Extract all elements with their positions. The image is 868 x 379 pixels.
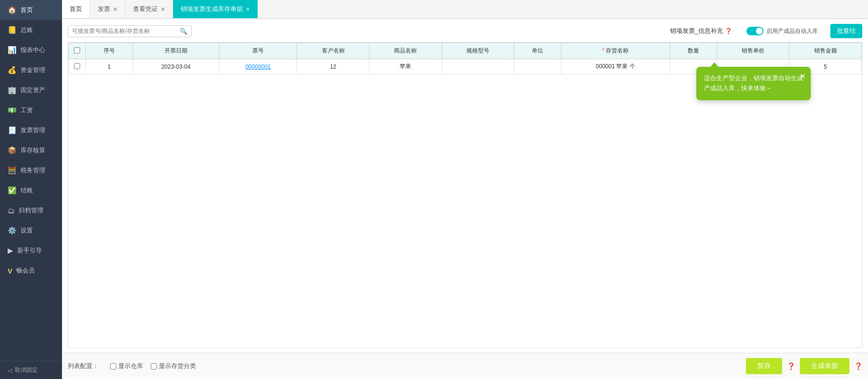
show-category-label[interactable]: 显示存货分类 (151, 362, 196, 370)
sidebar-item-vip[interactable]: V 畅会员 (0, 261, 62, 281)
tab-invoice-close[interactable]: ✕ (113, 6, 117, 12)
info-help-icon[interactable]: ❓ (725, 28, 732, 34)
sidebar-item-home[interactable]: 🏠 首页 (0, 0, 62, 20)
header-qty: 数量 (670, 43, 717, 59)
sidebar-label-settings: 设置 (21, 226, 33, 235)
toggle-knob (756, 28, 763, 34)
header-seq: 序号 (86, 43, 133, 59)
sidebar-label-home: 首页 (21, 6, 33, 14)
header-ticket-no: 票号 (219, 43, 297, 59)
header-goods-name: 商品名称 (369, 43, 442, 59)
row-customer: 12 (297, 59, 370, 74)
tab-home[interactable]: 首页 (62, 0, 90, 18)
sidebar-label-vip: 畅会员 (16, 266, 35, 275)
sidebar-label-invoice-mgmt: 发票管理 (21, 126, 45, 135)
sidebar-label-general-ledger: 总账 (21, 26, 33, 34)
tooltip-arrow (711, 62, 718, 67)
header-unit-price: 销售单价 (717, 43, 789, 59)
tab-home-label: 首页 (70, 5, 82, 13)
tab-stock-slip-label: 销项发票生成库存单据 (181, 5, 243, 13)
row-checkbox[interactable] (69, 59, 86, 74)
funds-icon: 💰 (8, 66, 17, 74)
tab-invoice[interactable]: 发票 ✕ (90, 0, 125, 18)
row-ticket-no[interactable]: 00000001 (219, 59, 297, 74)
tab-invoice-label: 发票 (98, 5, 110, 13)
sidebar-item-funds[interactable]: 💰 资金管理 (0, 60, 62, 80)
sidebar-item-newbie[interactable]: ▶ 新手引导 (0, 241, 62, 261)
sidebar-item-invoice-mgmt[interactable]: 🧾 发票管理 (0, 120, 62, 140)
row-inventory-name: 000001 苹果 个 (561, 59, 670, 74)
tooltip-close-button[interactable]: ✕ (800, 71, 806, 82)
settings-icon: ⚙️ (8, 226, 17, 235)
tab-voucher[interactable]: 查看凭证 ✕ (125, 0, 173, 18)
fixed-assets-icon: 🏢 (8, 86, 17, 95)
header-inventory-name: 存货名称 (561, 43, 670, 59)
toggle-group: 启用产成品自动入库 (746, 27, 818, 35)
sidebar-label-payroll: 工资 (21, 106, 33, 115)
show-warehouse-checkbox[interactable] (110, 363, 116, 369)
cancel-fixed-label: 取消固定 (15, 366, 38, 374)
generate-button[interactable]: 生成单据 (800, 358, 849, 374)
generate-help-icon[interactable]: ❓ (854, 362, 862, 370)
ledger-icon: 📒 (8, 26, 17, 34)
sidebar-item-tax-mgmt[interactable]: 🧮 税务管理 (0, 160, 62, 180)
show-category-text: 显示存货分类 (159, 362, 196, 370)
cancel-fixed-action[interactable]: ◁ 取消固定 (0, 361, 62, 379)
tab-voucher-close[interactable]: ✕ (161, 6, 165, 12)
sidebar-label-newbie: 新手引导 (17, 246, 42, 255)
tooltip-popup: ✕ 适合生产型企业，销项发票自动生成产成品入库，快来体验～ (696, 67, 811, 100)
sidebar-item-fixed-assets[interactable]: 🏢 固定资产 (0, 80, 62, 100)
newbie-icon: ▶ (8, 246, 13, 255)
sidebar-label-reports: 报表中心 (21, 46, 45, 54)
show-warehouse-label[interactable]: 显示仓库 (110, 362, 143, 370)
info-label: 销项发票_信息补充 ❓ (670, 27, 732, 35)
toggle-switch[interactable] (746, 27, 764, 35)
toggle-label: 启用产成品自动入库 (766, 27, 818, 35)
batch-button[interactable]: 批量结 (830, 24, 862, 38)
content-area: 🔍 销项发票_信息补充 ❓ 启用产成品自动入库 批量结 (62, 19, 868, 353)
header-unit: 单位 (514, 43, 561, 59)
toolbar: 🔍 销项发票_信息补充 ❓ 启用产成品自动入库 批量结 (68, 24, 862, 38)
header-spec: 规格型号 (442, 43, 514, 59)
sidebar-label-checkout: 结账 (21, 186, 33, 195)
sidebar-label-tax-mgmt: 税务管理 (21, 166, 45, 175)
tab-stock-slip-close[interactable]: ✕ (246, 6, 250, 12)
sidebar-label-fixed-assets: 固定资产 (21, 86, 45, 95)
checkout-icon: ✅ (8, 186, 17, 195)
home-icon: 🏠 (8, 6, 17, 14)
bottom-bar: 列表配置： 显示仓库 显示存货分类 暂存 ❓ 生成单据 ❓ (62, 353, 868, 379)
sidebar-label-funds: 资金管理 (21, 66, 45, 74)
search-icon: 🔍 (180, 28, 187, 35)
header-amount: 销售金额 (789, 43, 862, 59)
vip-icon: V (8, 267, 12, 275)
select-all-checkbox[interactable] (74, 47, 80, 53)
invoice-mgmt-icon: 🧾 (8, 126, 17, 135)
row-spec (442, 59, 514, 74)
sidebar-label-inventory: 库存核算 (21, 146, 45, 155)
sidebar-label-archive-mgmt: 归档管理 (19, 206, 43, 215)
reports-icon: 📊 (8, 46, 17, 54)
search-box[interactable]: 🔍 (68, 25, 192, 37)
sidebar-item-checkout[interactable]: ✅ 结账 (0, 180, 62, 200)
cancel-fixed-icon: ◁ (8, 367, 12, 374)
save-help-icon[interactable]: ❓ (787, 362, 795, 370)
sidebar-item-payroll[interactable]: 💵 工资 (0, 100, 62, 120)
tab-voucher-label: 查看凭证 (133, 5, 158, 13)
search-input[interactable] (72, 28, 178, 34)
sidebar-item-inventory[interactable]: 📦 库存核算 (0, 140, 62, 160)
row-select-checkbox[interactable] (74, 63, 80, 69)
info-label-text: 销项发票_信息补充 (670, 27, 723, 35)
sidebar-item-general-ledger[interactable]: 📒 总账 (0, 20, 62, 40)
inventory-icon: 📦 (8, 146, 17, 155)
bottom-actions: 暂存 ❓ 生成单据 ❓ (746, 358, 862, 374)
tax-mgmt-icon: 🧮 (8, 166, 17, 175)
sidebar: 🏠 首页 📒 总账 📊 报表中心 💰 资金管理 🏢 固定资产 💵 工资 🧾 发票… (0, 0, 62, 379)
tab-stock-slip[interactable]: 销项发票生成库存单据 ✕ (173, 0, 258, 18)
header-date: 开票日期 (133, 43, 219, 59)
tooltip-text: 适合生产型企业，销项发票自动生成产成品入库，快来体验～ (704, 74, 803, 92)
save-button[interactable]: 暂存 (746, 358, 782, 374)
sidebar-item-settings[interactable]: ⚙️ 设置 (0, 221, 62, 241)
sidebar-item-reports[interactable]: 📊 报表中心 (0, 40, 62, 60)
show-category-checkbox[interactable] (151, 363, 157, 369)
sidebar-item-archive-mgmt[interactable]: 🗂 归档管理 (0, 200, 62, 221)
